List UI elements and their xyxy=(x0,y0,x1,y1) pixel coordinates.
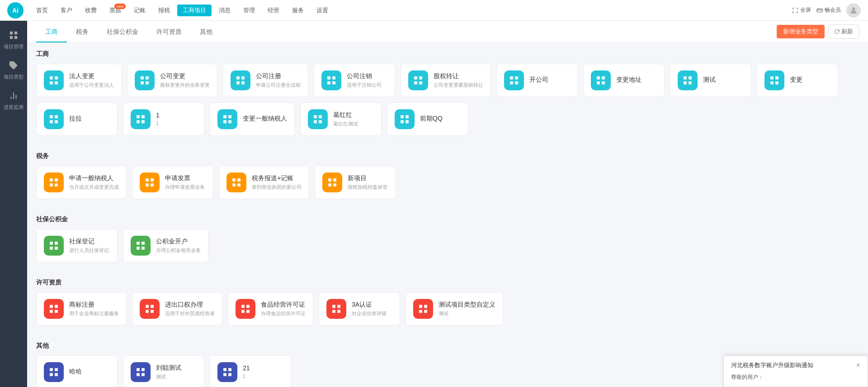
cards-grid-shebao: 社保登记进行人员社保登记公积金开户办理公积金相关业务 xyxy=(36,229,859,262)
cards-grid-gongshang: 法人变更适用于公司变更法人公司变更股权变更外的业务变更公司注册申请公司注册全流程… xyxy=(36,64,859,136)
svg-rect-46 xyxy=(770,81,774,84)
card-sw3[interactable]: 税务报道+记账拿到营业执照的新公司 xyxy=(219,166,309,199)
nav-item-billing[interactable]: 收费 xyxy=(80,5,102,16)
nav-item-tax[interactable]: 报税 xyxy=(153,5,175,16)
card-sb1[interactable]: 社保登记进行人员社保登记 xyxy=(36,229,118,262)
card-icon-gs3 xyxy=(231,70,250,90)
sub-tab-shuiwu[interactable]: 税务 xyxy=(67,23,98,42)
sub-tab-xuke[interactable]: 许可资质 xyxy=(147,23,191,42)
sidebar-item-project-manage[interactable]: 项目管理 xyxy=(0,24,27,55)
card-gs12[interactable]: 变更一般纳税人 xyxy=(210,103,295,136)
card-desc-gs4: 适用于注销公司 xyxy=(347,82,382,89)
svg-rect-92 xyxy=(50,305,53,308)
card-gs9[interactable]: 变更 xyxy=(757,64,838,97)
card-title-sb2: 公积金开户 xyxy=(156,238,201,246)
nav-items: 首页客户收费票据new记账报税工商项目消息管理经营服务设置 xyxy=(31,5,792,16)
card-sw2[interactable]: 申请发票办理申请发票业务 xyxy=(132,166,213,199)
svg-rect-19 xyxy=(146,81,149,84)
svg-rect-107 xyxy=(337,310,340,313)
card-gs1[interactable]: 法人变更适用于公司变更法人 xyxy=(36,64,122,97)
svg-rect-52 xyxy=(137,115,140,118)
user-avatar[interactable] xyxy=(846,3,861,18)
section-title-gongshang: 工商 xyxy=(36,50,859,58)
sub-tab-shebao[interactable]: 社保公积金 xyxy=(98,23,147,42)
card-sw1[interactable]: 申请一般纳税人当月或次月成变更完成 xyxy=(36,166,127,199)
cards-grid-xuke: 商标注册用于企业商标注册服务进出口权办理适用于对外贸易经营者食品经营许可证办理食… xyxy=(36,292,859,326)
svg-rect-65 xyxy=(406,115,409,118)
card-icon-gs10 xyxy=(44,109,64,129)
card-gs4[interactable]: 公司注销适用于注销公司 xyxy=(314,64,395,97)
card-qt1[interactable]: 哈哈 xyxy=(36,355,118,387)
card-gs5[interactable]: 股权转让公司变更需要股权转让 xyxy=(401,64,491,97)
card-gs10[interactable]: 拉拉 xyxy=(36,103,118,136)
svg-rect-69 xyxy=(55,178,58,182)
card-xk3[interactable]: 食品经营许可证办理食品经营许可证 xyxy=(228,292,313,326)
card-gs14[interactable]: 前期QQ xyxy=(387,103,468,136)
card-gs6[interactable]: 开公司 xyxy=(496,64,578,97)
card-icon-qt2 xyxy=(131,362,151,382)
card-xk1[interactable]: 商标注册用于企业商标注册服务 xyxy=(36,292,127,326)
svg-rect-5 xyxy=(14,32,17,34)
svg-rect-118 xyxy=(137,373,140,376)
nav-item-invoice[interactable]: 票据new xyxy=(104,5,127,16)
svg-point-3 xyxy=(852,7,855,10)
fullscreen-btn[interactable]: 全屏 xyxy=(792,6,811,14)
new-business-type-btn[interactable]: 新增业务类型 xyxy=(777,25,825,38)
vip-btn[interactable]: 畅会员 xyxy=(816,6,841,14)
progress-monitor-icon xyxy=(7,89,20,102)
card-title-gs1: 法人变更 xyxy=(69,72,114,80)
nav-item-bookkeeping[interactable]: 记账 xyxy=(128,5,151,16)
svg-rect-70 xyxy=(50,183,53,187)
card-xk4[interactable]: 3A认证对企业信誉评级 xyxy=(319,292,400,326)
sidebar-item-project-type[interactable]: 项目类型 xyxy=(0,55,27,85)
svg-rect-113 xyxy=(55,368,58,371)
card-gs3[interactable]: 公司注册申请公司注册全流程 xyxy=(223,64,308,97)
card-gs11[interactable]: 11 xyxy=(123,103,204,136)
nav-item-manage[interactable]: 管理 xyxy=(238,5,260,16)
svg-rect-104 xyxy=(332,305,335,308)
svg-rect-36 xyxy=(597,76,600,79)
card-gs7[interactable]: 变更地址 xyxy=(583,64,665,97)
nav-item-operation[interactable]: 经营 xyxy=(262,5,285,16)
svg-rect-75 xyxy=(151,183,154,187)
card-title-sw2: 申请发票 xyxy=(165,174,205,182)
card-icon-gs14 xyxy=(395,109,415,129)
nav-item-service[interactable]: 服务 xyxy=(287,5,309,16)
nav-item-bizproject[interactable]: 工商项目 xyxy=(177,5,212,16)
card-gs8[interactable]: 测试 xyxy=(670,64,751,97)
sections-container: 工商法人变更适用于公司变更法人公司变更股权变更外的业务变更公司注册申请公司注册全… xyxy=(27,43,868,387)
card-desc-gs13: 葛红红测试 xyxy=(333,121,358,127)
card-sw4[interactable]: 新项目报税加税控盘保管 xyxy=(315,166,396,199)
nav-item-home[interactable]: 首页 xyxy=(31,5,53,16)
card-desc-sw4: 报税加税控盘保管 xyxy=(348,184,387,191)
card-sb2[interactable]: 公积金开户办理公积金相关业务 xyxy=(123,229,208,262)
card-gs2[interactable]: 公司变更股权变更外的业务变更 xyxy=(127,64,217,97)
card-xk2[interactable]: 进出口权办理适用于对外贸易经营者 xyxy=(132,292,222,326)
svg-rect-31 xyxy=(419,81,422,84)
notification-title: 河北税务数字账户升级影响通知 xyxy=(731,361,813,369)
card-qt3[interactable]: 211 xyxy=(210,355,291,387)
card-qt2[interactable]: 刘聪测试测试 xyxy=(123,355,204,387)
sub-tab-gongshang[interactable]: 工商 xyxy=(36,23,67,42)
card-icon-gs9 xyxy=(764,70,784,90)
card-gs13[interactable]: 葛红红葛红红测试 xyxy=(300,103,382,136)
svg-rect-117 xyxy=(142,368,145,371)
svg-rect-55 xyxy=(142,120,145,123)
svg-rect-35 xyxy=(515,81,518,84)
card-icon-sw3 xyxy=(226,173,246,192)
svg-rect-106 xyxy=(332,310,335,313)
sub-tab-qita[interactable]: 其他 xyxy=(191,23,222,42)
card-desc-sw1: 当月或次月成变更完成 xyxy=(69,184,119,191)
nav-item-settings[interactable]: 设置 xyxy=(311,5,334,16)
sidebar-item-progress-monitor[interactable]: 进度监测 xyxy=(0,85,27,115)
nav-item-message[interactable]: 消息 xyxy=(213,5,236,16)
svg-rect-74 xyxy=(146,183,149,187)
nav-item-customer[interactable]: 客户 xyxy=(55,5,78,16)
refresh-btn[interactable]: 刷新 xyxy=(828,24,859,39)
card-icon-gs6 xyxy=(504,70,524,90)
card-title-gs4: 公司注销 xyxy=(347,72,382,80)
card-icon-gs11 xyxy=(131,109,151,129)
card-xk5[interactable]: 测试项目类型自定义测试 xyxy=(406,292,503,326)
notification-close-btn[interactable]: × xyxy=(856,361,860,369)
vip-label: 畅会员 xyxy=(825,6,841,14)
